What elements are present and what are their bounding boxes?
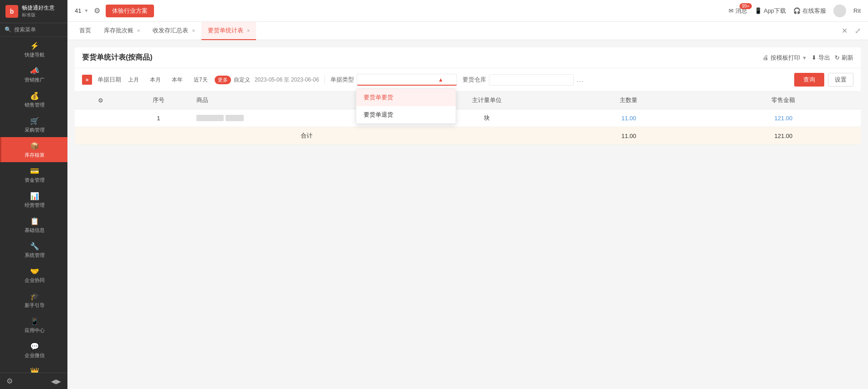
sidebar-item-label: 库存核算 — [25, 152, 45, 159]
page-content: 要货单统计表(按商品) 🖨 按模板打印 ▼ ⬇ 导出 ↻ 刷新 — [67, 40, 868, 389]
sidebar-item-sales[interactable]: 💰 销售管理 — [0, 87, 67, 112]
tab-home[interactable]: 首页 — [73, 22, 98, 40]
date-last-month-btn[interactable]: 上月 — [124, 75, 143, 85]
sidebar-item-operations[interactable]: 📊 经营管理 — [0, 187, 67, 212]
sidebar-item-label: 企业微信 — [25, 352, 45, 359]
table-settings-icon[interactable]: ⚙ — [98, 97, 103, 104]
page-title: 要货单统计表(按商品) — [82, 53, 153, 62]
tab-bar: 首页 库存批次账 × 收发存汇总表 × 要货单统计表 × ✕ ⤢ — [67, 22, 868, 40]
tab-bar-actions: ✕ ⤢ — [840, 25, 863, 37]
filter-date-group: 单据日期 上月 本月 本年 近7天 更多 自定义 2023-05-06 至 20… — [98, 75, 319, 85]
purchase-icon: 🛒 — [30, 117, 39, 125]
close-all-tabs-btn[interactable]: ✕ — [840, 25, 849, 37]
sidebar-item-guide[interactable]: 🎓 新手引导 — [0, 287, 67, 312]
filter-divider-1 — [324, 75, 325, 84]
sidebar-item-system[interactable]: 🔧 系统管理 — [0, 237, 67, 262]
operations-icon: 📊 — [30, 192, 39, 200]
vip-icon: 👑 — [30, 367, 39, 373]
quantity-link[interactable]: 11.00 — [621, 115, 637, 122]
page-actions: 🖨 按模板打印 ▼ ⬇ 导出 ↻ 刷新 — [763, 54, 853, 62]
user-avatar[interactable] — [833, 5, 846, 17]
sales-icon: 💰 — [30, 92, 39, 100]
tab-batch-account[interactable]: 库存批次账 × — [98, 22, 146, 40]
sidebar-item-quick-nav[interactable]: ⚡ 快捷导航 — [0, 37, 67, 62]
sidebar: b 畅捷通好生意 标准版 🔍 搜索菜单 ⚡ 快捷导航 📣 营销推广 💰 销售管理… — [0, 0, 67, 389]
data-table: ⚙ 序号 商品 主计量单位 主数量 零售金额 1 — [75, 92, 861, 145]
settings-icon[interactable]: ⚙ — [6, 377, 13, 385]
table-row: 1 块 11.00 — [75, 109, 861, 127]
settings-button[interactable]: 设置 — [828, 73, 853, 87]
sidebar-item-app-center[interactable]: 📱 应用中心 — [0, 312, 67, 338]
date-more-btn[interactable]: 更多 — [215, 76, 231, 84]
data-table-container: ⚙ 序号 商品 主计量单位 主数量 零售金额 1 — [75, 92, 861, 145]
tab-order-stats-close[interactable]: × — [247, 28, 250, 33]
export-label: 导出 — [818, 54, 830, 62]
sidebar-item-label: 采购管理 — [25, 127, 45, 133]
table-header-row: ⚙ 序号 商品 主计量单位 主数量 零售金额 — [75, 92, 861, 109]
sidebar-item-enterprise[interactable]: 🤝 企业协同 — [0, 262, 67, 287]
marketing-icon: 📣 — [30, 67, 39, 75]
workspace-selector[interactable]: 41 ▼ — [75, 7, 88, 14]
service-icon: 🎧 — [793, 7, 801, 14]
online-service-label: 在线客服 — [802, 7, 826, 15]
tab-receive-summary[interactable]: 收发存汇总表 × — [146, 22, 201, 40]
dropdown-item-return-goods[interactable]: 要货单退货 — [356, 106, 456, 123]
refresh-btn[interactable]: ↻ 刷新 — [835, 54, 853, 62]
sidebar-item-inventory[interactable]: 📦 库存核算 — [0, 137, 67, 162]
date-custom-btn[interactable]: 自定义 — [234, 76, 250, 84]
app-download-btn[interactable]: 📱 App下载 — [755, 7, 786, 15]
col-amount: 零售金额 — [706, 92, 861, 109]
date-filter-label: 单据日期 — [98, 76, 121, 84]
filter-expand-btn[interactable]: » — [82, 75, 92, 85]
print-chevron-icon: ▼ — [802, 55, 807, 61]
sidebar-item-vip[interactable]: 👑 畅会员 — [0, 363, 67, 373]
summary-row: 合计 11.00 121.00 — [75, 127, 861, 145]
page-card: 要货单统计表(按商品) 🖨 按模板打印 ▼ ⬇ 导出 ↻ 刷新 — [75, 47, 861, 145]
query-button[interactable]: 查询 — [794, 73, 824, 87]
date-this-month-btn[interactable]: 本月 — [146, 75, 165, 85]
amount-link[interactable]: 121.00 — [774, 115, 792, 122]
messages-badge: 99+ — [740, 3, 752, 9]
sidebar-item-finance[interactable]: 💳 资金管理 — [0, 162, 67, 187]
main-content: 41 ▼ ⚙ 体验行业方案 ✉ 消息 99+ 📱 App下载 🎧 在线客服 Ri… — [67, 0, 868, 389]
date-last-7-btn[interactable]: 近7天 — [190, 75, 212, 85]
header-left: 41 ▼ ⚙ 体验行业方案 — [75, 5, 154, 17]
row-amount: 121.00 — [706, 109, 861, 127]
online-service-btn[interactable]: 🎧 在线客服 — [793, 7, 826, 15]
tab-batch-account-close[interactable]: × — [137, 28, 140, 33]
sidebar-item-label: 经营管理 — [25, 202, 45, 209]
sidebar-item-label: 应用中心 — [25, 327, 45, 334]
sidebar-item-label: 快捷导航 — [25, 51, 45, 58]
sidebar-item-wechat[interactable]: 💬 企业微信 — [0, 338, 67, 363]
wechat-icon: 💬 — [30, 342, 39, 351]
sidebar-item-marketing[interactable]: 📣 营销推广 — [0, 62, 67, 87]
tab-batch-account-label: 库存批次账 — [104, 26, 134, 35]
sidebar-item-label: 系统管理 — [25, 252, 45, 259]
trial-button[interactable]: 体验行业方案 — [106, 5, 154, 17]
warehouse-more-icon[interactable]: … — [576, 76, 584, 84]
messages-btn[interactable]: ✉ 消息 99+ — [729, 7, 747, 15]
warehouse-filter-input[interactable] — [489, 74, 574, 86]
refresh-icon: ↻ — [835, 54, 840, 61]
col-qty: 主数量 — [551, 92, 706, 109]
user-name: Rit — [853, 7, 861, 14]
filter-actions: 查询 设置 — [794, 73, 853, 87]
tab-receive-summary-close[interactable]: × — [192, 28, 195, 33]
print-label: 按模板打印 — [770, 54, 800, 62]
col-num: 序号 — [126, 92, 190, 109]
sidebar-item-basic-info[interactable]: 📋 基础信息 — [0, 212, 67, 237]
print-btn[interactable]: 🖨 按模板打印 ▼ — [763, 54, 807, 62]
sidebar-item-purchase[interactable]: 🛒 采购管理 — [0, 112, 67, 137]
tab-order-stats[interactable]: 要货单统计表 × — [201, 22, 256, 40]
header-gear-icon[interactable]: ⚙ — [94, 6, 100, 15]
sidebar-item-label: 企业协同 — [25, 277, 45, 284]
dropdown-item-order-goods[interactable]: 要货单要货 — [356, 89, 456, 106]
search-icon: 🔍 — [5, 26, 11, 33]
quick-nav-icon: ⚡ — [30, 41, 39, 50]
expand-tab-btn[interactable]: ⤢ — [853, 25, 863, 37]
collapse-btn[interactable]: ◀▶ — [51, 378, 61, 385]
filter-bar: » 单据日期 上月 本月 本年 近7天 更多 自定义 2023-05-06 至 … — [75, 68, 861, 92]
date-this-year-btn[interactable]: 本年 — [168, 75, 187, 85]
export-btn[interactable]: ⬇ 导出 — [812, 54, 830, 62]
search-menu[interactable]: 🔍 搜索菜单 — [0, 23, 67, 37]
